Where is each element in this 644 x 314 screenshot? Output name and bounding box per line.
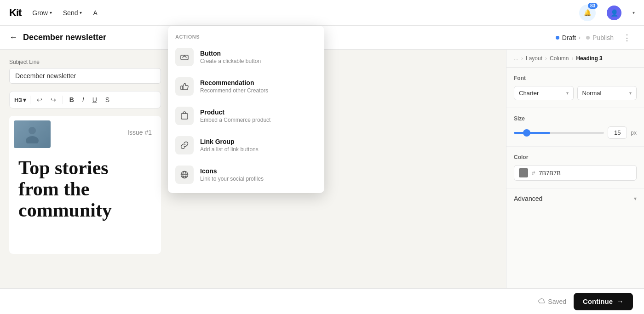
bold-button[interactable]: B bbox=[67, 94, 77, 105]
button-item-desc: Create a clickable button bbox=[200, 58, 261, 64]
nav-send[interactable]: Send ▾ bbox=[63, 9, 82, 17]
size-input[interactable] bbox=[608, 126, 627, 139]
back-button[interactable]: ← bbox=[9, 33, 17, 42]
newsletter-image bbox=[14, 120, 51, 148]
button-action-icon bbox=[180, 52, 189, 62]
font-section: Font Charter ▾ Normal ▾ bbox=[506, 68, 644, 108]
size-unit: px bbox=[631, 130, 637, 136]
color-hex-input[interactable] bbox=[539, 170, 575, 177]
continue-button[interactable]: Continue → bbox=[574, 293, 633, 310]
image-silhouette-icon bbox=[23, 125, 41, 143]
advanced-section[interactable]: Advanced ▾ bbox=[506, 188, 644, 209]
heading3-selector[interactable]: H3 ▾ bbox=[14, 97, 26, 103]
underline-button[interactable]: U bbox=[90, 94, 100, 105]
product-icon bbox=[175, 107, 194, 125]
editor-title: December newsletter bbox=[23, 33, 106, 42]
color-section: Color # bbox=[506, 147, 644, 188]
footer-bar: Saved Continue → bbox=[0, 288, 644, 314]
dropdown-item-icons[interactable]: Icons Link to your social profiles bbox=[168, 160, 324, 189]
font-family-arrow-icon: ▾ bbox=[566, 91, 569, 96]
size-slider[interactable] bbox=[514, 132, 604, 134]
recommendation-item-desc: Recommend other Creators bbox=[200, 87, 268, 94]
subject-label: Subject Line bbox=[9, 59, 161, 65]
grow-arrow-icon: ▾ bbox=[50, 10, 52, 15]
headline-line2: community bbox=[18, 200, 112, 221]
right-panel: ... › Layout › Column › Heading 3 Font C… bbox=[506, 50, 644, 314]
font-label: Font bbox=[514, 75, 637, 81]
link-chain-icon bbox=[180, 141, 189, 150]
icons-item-desc: Link to your social profiles bbox=[200, 176, 264, 182]
publish-status[interactable]: Publish bbox=[586, 34, 614, 41]
draft-label: Draft bbox=[562, 34, 576, 41]
bell-icon: 🔔 bbox=[584, 9, 592, 16]
image-placeholder bbox=[14, 120, 51, 148]
dropdown-item-recommendation[interactable]: Recommendation Recommend other Creators bbox=[168, 72, 324, 101]
redo-button[interactable]: ↪ bbox=[48, 94, 59, 105]
svg-point-0 bbox=[29, 127, 36, 134]
h3-label: H3 bbox=[14, 97, 22, 103]
size-row: px bbox=[514, 126, 637, 139]
size-section: Size px bbox=[506, 108, 644, 147]
link-group-item-desc: Add a list of link buttons bbox=[200, 146, 259, 153]
advanced-arrow-icon: ▾ bbox=[634, 195, 637, 202]
size-label: Size bbox=[514, 115, 637, 122]
status-chevron-icon: › bbox=[579, 34, 581, 41]
top-nav: Kit Grow ▾ Send ▾ A 🔔 83 👤 ▾ bbox=[0, 0, 644, 26]
headline-line1: Top stories from the bbox=[18, 157, 109, 200]
notification-badge: 83 bbox=[588, 3, 598, 9]
breadcrumb-column[interactable]: Column bbox=[550, 55, 569, 62]
undo-button[interactable]: ↩ bbox=[34, 94, 45, 105]
svg-rect-4 bbox=[181, 114, 188, 119]
publish-label: Publish bbox=[592, 34, 614, 41]
recommendation-icon bbox=[175, 77, 194, 96]
draft-status: Draft › bbox=[556, 34, 581, 41]
continue-label: Continue bbox=[583, 297, 613, 305]
font-family-value: Charter bbox=[519, 90, 539, 97]
font-style-value: Normal bbox=[582, 90, 602, 97]
color-label: Color bbox=[514, 154, 637, 160]
dropdown-item-product[interactable]: Product Embed a Commerce product bbox=[168, 101, 324, 131]
advanced-label: Advanced bbox=[514, 195, 542, 202]
saved-label: Saved bbox=[548, 298, 566, 305]
thumbs-up-icon bbox=[180, 82, 189, 91]
breadcrumb-dots[interactable]: ... bbox=[514, 55, 518, 62]
avatar-dropdown-icon[interactable]: ▾ bbox=[632, 10, 635, 15]
actions-dropdown: Actions Button Create a clickable button… bbox=[168, 26, 324, 193]
font-family-select[interactable]: Charter ▾ bbox=[514, 86, 574, 100]
nav-actions[interactable]: A bbox=[93, 9, 97, 17]
send-arrow-icon: ▾ bbox=[80, 10, 82, 15]
product-embed-icon bbox=[180, 111, 189, 120]
italic-button[interactable]: I bbox=[80, 94, 87, 105]
notification-button[interactable]: 🔔 83 bbox=[579, 5, 596, 21]
subject-input[interactable] bbox=[9, 68, 161, 84]
left-panel: Subject Line H3 ▾ ↩ ↪ B I U S bbox=[0, 50, 170, 314]
recommendation-item-title: Recommendation bbox=[200, 79, 268, 86]
saved-status: Saved bbox=[538, 298, 566, 305]
breadcrumb-layout[interactable]: Layout bbox=[526, 55, 542, 62]
nav-grow[interactable]: Grow ▾ bbox=[32, 9, 52, 17]
more-options-button[interactable]: ⋮ bbox=[619, 31, 635, 45]
color-row[interactable]: # bbox=[514, 165, 637, 181]
svg-point-1 bbox=[26, 136, 39, 143]
h3-arrow-icon: ▾ bbox=[23, 97, 26, 103]
cloud-save-icon bbox=[538, 298, 545, 305]
font-style-select[interactable]: Normal ▾ bbox=[577, 86, 637, 100]
toolbar-divider-1 bbox=[30, 96, 30, 104]
product-item-title: Product bbox=[200, 108, 270, 116]
issue-text: Issue #1 bbox=[127, 129, 152, 136]
color-hash-icon: # bbox=[532, 170, 535, 177]
avatar[interactable]: 👤 bbox=[607, 6, 621, 20]
font-style-arrow-icon: ▾ bbox=[629, 91, 632, 96]
dropdown-item-button[interactable]: Button Create a clickable button bbox=[168, 42, 324, 72]
continue-arrow-icon: → bbox=[616, 297, 624, 306]
button-item-title: Button bbox=[200, 50, 261, 57]
dropdown-header: Actions bbox=[168, 29, 324, 42]
dropdown-item-link-group[interactable]: Link Group Add a list of link buttons bbox=[168, 131, 324, 160]
font-row: Charter ▾ Normal ▾ bbox=[514, 86, 637, 100]
link-group-icon bbox=[175, 136, 194, 154]
button-icon bbox=[175, 48, 194, 66]
strikethrough-button[interactable]: S bbox=[103, 94, 112, 105]
formatting-toolbar: H3 ▾ ↩ ↪ B I U S bbox=[9, 91, 161, 108]
breadcrumb: ... › Layout › Column › Heading 3 bbox=[506, 50, 644, 68]
avatar-icon: 👤 bbox=[610, 9, 618, 17]
